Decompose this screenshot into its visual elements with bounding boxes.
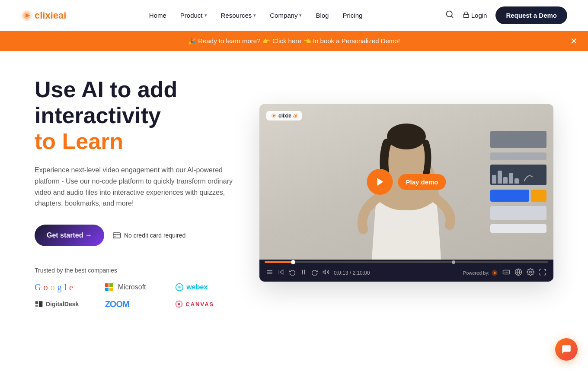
nav-blog[interactable]: Blog [316, 12, 329, 19]
powered-by-label: Powered by: [463, 270, 498, 276]
rewind-icon[interactable] [289, 269, 296, 277]
trusted-label: Trusted by the best companies [35, 267, 242, 274]
no-credit-label: No credit card required [113, 231, 185, 239]
promo-banner[interactable]: 🎉 Ready to learn more? 👉 Click here 👈 to… [0, 31, 588, 51]
request-demo-button[interactable]: Request a Demo [495, 6, 567, 24]
banner-text: 🎉 Ready to learn more? 👉 Click here 👈 to… [188, 37, 400, 45]
svg-point-17 [387, 124, 426, 149]
lock-icon [463, 11, 470, 20]
chevron-down-icon: ▾ [299, 13, 302, 18]
navbar: clixieai Home Product ▾ Resources ▾ Comp… [0, 0, 588, 31]
login-button[interactable]: Login [463, 11, 487, 20]
svg-rect-26 [302, 270, 303, 275]
svg-marker-28 [323, 270, 326, 274]
svg-point-14 [178, 303, 180, 305]
nav-actions: Login Request a Demo [445, 6, 567, 24]
nav-resources[interactable]: Resources ▾ [221, 12, 256, 19]
hero-actions: Get started → No credit card required [35, 225, 242, 246]
hero-heading: Use AI to add interactivity to Learn [35, 77, 242, 154]
video-logo: clixie ai [266, 111, 302, 120]
fullscreen-icon[interactable] [539, 268, 546, 277]
forward-icon[interactable] [311, 269, 318, 277]
svg-rect-10 [35, 301, 38, 304]
progress-handle[interactable] [291, 260, 295, 264]
svg-line-4 [451, 16, 453, 18]
progress-track[interactable] [265, 261, 548, 263]
video-body: clixie ai [259, 104, 553, 260]
video-logo-icon [271, 113, 277, 119]
logo-text: clixieai [35, 10, 66, 21]
chapters-icon[interactable] [266, 269, 273, 277]
logo-webex: webex [175, 282, 242, 292]
hero-right: clixie ai [259, 104, 553, 282]
play-overlay[interactable]: Play demo [367, 169, 446, 195]
logo-zoom: ZOOM [105, 299, 172, 309]
trusted-logos: Google Microsoft web [35, 282, 242, 309]
volume-icon[interactable] [323, 269, 329, 277]
ui-cards [490, 131, 546, 233]
language-icon[interactable] [514, 268, 522, 277]
svg-rect-12 [39, 301, 42, 307]
canvas-icon [175, 300, 183, 308]
nav-company[interactable]: Company ▾ [270, 12, 302, 19]
svg-point-36 [530, 271, 532, 273]
svg-rect-5 [463, 14, 469, 17]
play-label[interactable]: Play demo [398, 174, 446, 190]
trusted-section: Trusted by the best companies Google Mic… [35, 267, 242, 309]
svg-marker-20 [377, 178, 383, 186]
nav-home[interactable]: Home [149, 12, 166, 19]
hero-left: Use AI to add interactivity to Learn Exp… [35, 77, 242, 309]
hero-section: Use AI to add interactivity to Learn Exp… [0, 51, 588, 335]
skip-back-icon[interactable] [278, 269, 284, 277]
webex-icon [175, 283, 184, 292]
settings-icon[interactable] [527, 268, 534, 277]
captions-icon[interactable] [502, 268, 510, 277]
close-icon[interactable]: ✕ [570, 36, 578, 46]
logo-icon [21, 10, 33, 22]
search-icon[interactable] [445, 10, 454, 21]
svg-marker-24 [280, 270, 283, 275]
svg-rect-6 [113, 233, 121, 238]
chapter-marker [452, 260, 455, 264]
svg-rect-11 [35, 305, 38, 307]
get-started-button[interactable]: Get started → [35, 225, 104, 246]
nav-links: Home Product ▾ Resources ▾ Company ▾ Blo… [149, 12, 363, 19]
time-display: 0:0:13 / 2:10:00 [334, 270, 370, 276]
logo[interactable]: clixieai [21, 10, 66, 22]
digitaldesk-icon [35, 300, 43, 308]
credit-card-icon [113, 231, 121, 239]
play-button[interactable] [367, 169, 393, 195]
play-icon [374, 177, 385, 187]
logo-canvas: CANVAS [175, 299, 242, 309]
hero-subtitle: Experience next-level video engagement w… [35, 165, 242, 209]
logo-microsoft: Microsoft [105, 282, 172, 292]
nav-pricing[interactable]: Pricing [342, 12, 362, 19]
pause-icon[interactable] [300, 269, 307, 277]
video-controls: 0:0:13 / 2:10:00 Powered by: [259, 264, 553, 282]
video-player[interactable]: clixie ai [259, 104, 553, 282]
chevron-down-icon: ▾ [253, 13, 256, 18]
chevron-down-icon: ▾ [205, 13, 207, 18]
logo-digitaldesk: DigitalDesk [35, 299, 102, 309]
logo-google: Google [35, 282, 102, 292]
svg-rect-27 [304, 270, 305, 275]
hero-heading-orange: to Learn [35, 129, 123, 154]
nav-product[interactable]: Product ▾ [180, 12, 207, 19]
